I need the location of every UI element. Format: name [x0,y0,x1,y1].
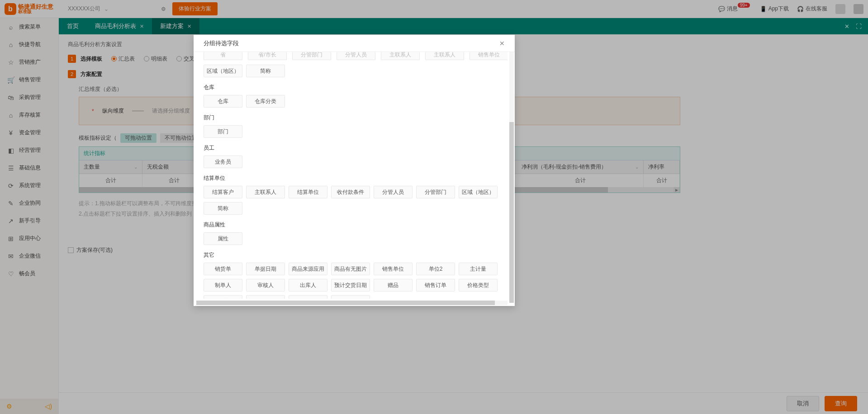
field-option[interactable]: 主联系人 [246,186,285,198]
field-option[interactable]: 区域（地区） [204,65,242,77]
field-group-title: 商品属性 [204,221,508,229]
field-option[interactable]: 仓库 [204,95,242,108]
field-option[interactable]: 单位2 [416,263,455,275]
field-option[interactable]: 销货单 [204,263,242,275]
hscroll-thumb[interactable] [196,301,495,305]
close-icon[interactable]: ✕ [499,40,505,47]
field-option[interactable]: 项目分类 [289,295,327,299]
field-option[interactable]: 收付款条件 [331,186,370,198]
field-option[interactable]: 主计量 [459,263,498,275]
field-option[interactable]: 省 [204,52,242,60]
field-option[interactable]: 来源应用 [204,295,242,299]
field-group-title: 员工 [204,144,508,152]
field-option[interactable]: 商品来源应用 [289,263,327,275]
vscroll-thumb[interactable] [509,122,514,303]
field-group-title: 部门 [204,114,508,122]
field-option[interactable]: 单据日期 [246,263,285,275]
field-option[interactable]: 价格类型 [459,279,498,292]
field-option[interactable]: 赠品 [374,279,413,292]
field-option[interactable]: 简称 [204,202,242,215]
field-option[interactable]: 主联系人 [381,52,420,60]
modal-header: 分组待选字段 ✕ [194,35,515,52]
field-option[interactable]: 属性 [204,232,242,245]
field-picker-modal: 分组待选字段 ✕ 省省/市长分管部门分管人员主联系人主联系人销售单位区域（地区）… [194,35,515,306]
modal-vscroll[interactable] [509,52,514,299]
field-option[interactable]: 分管部门 [416,186,455,198]
field-group-title: 其它 [204,251,508,259]
field-option[interactable]: 销售单位 [470,52,508,60]
field-option[interactable]: 分管部门 [292,52,331,60]
field-option[interactable]: 制单人 [204,279,242,292]
field-option[interactable]: 商品有无图片 [331,263,370,275]
field-option[interactable]: 审核人 [246,279,285,292]
field-option[interactable]: 销售订单 [416,279,455,292]
modal-body: 省省/市长分管部门分管人员主联系人主联系人销售单位区域（地区）简称仓库仓库仓库分… [194,52,515,306]
field-option[interactable]: 分管人员 [374,186,413,198]
modal-hscroll[interactable] [196,301,508,305]
field-option[interactable]: 结算单位 [289,186,327,198]
field-option[interactable]: 批号 [331,295,370,299]
field-group-title: 仓库 [204,84,508,91]
field-option[interactable]: 简称 [246,65,285,77]
field-option[interactable]: 仓库分类 [246,95,285,108]
field-option[interactable]: 结算客户 [204,186,242,198]
field-option[interactable]: 区域（地区） [459,186,498,198]
field-option[interactable]: 省/市长 [248,52,287,60]
field-option[interactable]: 预计交货日期 [331,279,370,292]
field-option[interactable]: 部门 [204,125,242,138]
modal-title: 分组待选字段 [204,39,239,47]
field-option[interactable]: 主联系人 [425,52,464,60]
field-group-title: 结算单位 [204,174,508,182]
field-option[interactable]: 分管人员 [337,52,375,60]
field-option[interactable]: 项目 [246,295,285,299]
field-option[interactable]: 销售单位 [374,263,413,275]
field-option[interactable]: 出库人 [289,279,327,292]
field-option[interactable]: 业务员 [204,155,242,168]
